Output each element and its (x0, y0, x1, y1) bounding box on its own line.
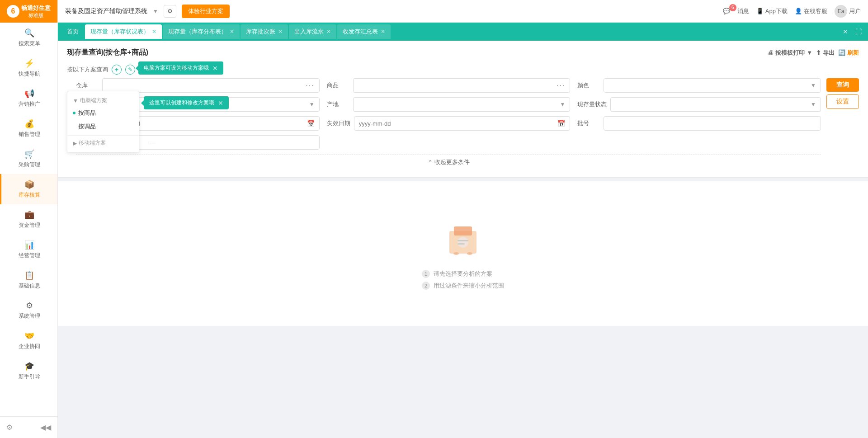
stock-qty-input[interactable]: — (115, 135, 320, 150)
sidebar-item-operations[interactable]: 📊 经营管理 (0, 235, 57, 265)
print-btn[interactable]: 🖨 按模板打印 ▼ (768, 49, 812, 57)
sidebar-item-sales[interactable]: 💰 销售管理 (0, 113, 57, 144)
operations-icon: 📊 (24, 240, 34, 250)
sidebar-item-enterprise[interactable]: 🤝 企业协同 (0, 325, 57, 356)
sidebar-item-finance[interactable]: 💼 资金管理 (0, 204, 57, 235)
origin-label: 产地 (327, 100, 349, 108)
stock-status-input[interactable]: ▼ (610, 97, 821, 112)
sidebar-item-inventory[interactable]: 📦 库存核算 (0, 174, 57, 204)
top-header: 装备及固定资产辅助管理系统 ▼ ⚙ 体验行业方案 💬 6 消息 📱 App下载 … (58, 0, 868, 23)
refresh-icon: 🔄 (838, 49, 845, 56)
sidebar-item-label-system: 系统管理 (19, 312, 40, 320)
finance-icon: 💼 (24, 210, 34, 220)
scheme-item-by-item[interactable]: 按调品 (67, 120, 139, 133)
scheme-tooltip-close[interactable]: ✕ (212, 65, 218, 72)
collapse-label: 收起更多条件 (434, 158, 470, 166)
sidebar-item-guide[interactable]: 🎓 新手引导 (0, 356, 57, 386)
expire-date-from[interactable] (359, 120, 555, 127)
gear-button[interactable]: ⚙ (164, 5, 176, 18)
collapse-button[interactable]: ⌃ 收起更多条件 (428, 158, 470, 166)
scheme-item-by-product[interactable]: 按商品 (67, 106, 139, 120)
scheme-section-pc: ▼ 电脑端方案 (67, 95, 139, 106)
scheme-area: ▼ 电脑端方案 按商品 按调品 ▶ (67, 78, 859, 170)
sidebar-item-basic[interactable]: 📋 基础信息 (0, 265, 57, 295)
produce-date-cal-icon[interactable]: 📅 (307, 120, 315, 127)
quicknav-icon: ⚡ (24, 58, 34, 68)
scheme-divider (67, 135, 139, 136)
stock-qty-to[interactable] (158, 139, 185, 146)
sidebar-item-marketing[interactable]: 📢 营销推广 (0, 83, 57, 113)
tab-close-inventory-status[interactable]: ✕ (152, 28, 156, 35)
trial-button[interactable]: 体验行业方案 (182, 5, 230, 18)
tab-label-inventory-dist: 现存量（库存分布表） (168, 28, 227, 36)
sidebar-item-search[interactable]: 🔍 搜索菜单 (0, 23, 57, 53)
expire-date-input[interactable]: 📅 (354, 116, 571, 131)
tab-close-flow[interactable]: ✕ (326, 28, 331, 35)
tab-flow[interactable]: 出入库流水 ✕ (289, 24, 336, 39)
hint-text-1: 请先选择要分析的方案 (434, 270, 492, 278)
export-btn[interactable]: ⬆ 导出 (816, 49, 835, 57)
sidebar-item-label-quicknav: 快捷导航 (19, 70, 40, 78)
product-input[interactable]: ··· (353, 78, 571, 93)
filter-section: 按以下方案查询 + ✎ 电脑方案可设为移动方案哦 ✕ ← (67, 65, 859, 170)
edit-icon: ✎ (128, 66, 132, 73)
batch-label: 批号 (577, 119, 600, 127)
user-menu-button[interactable]: Ea 用户 (835, 5, 861, 18)
search-menu-icon: 🔍 (24, 28, 34, 38)
collapse-sidebar-btn[interactable]: ◀◀ (38, 421, 53, 433)
tab-inventory-dist[interactable]: 现存量（库存分布表） ✕ (163, 24, 240, 39)
tab-label-inventory-status: 现存量（库存状况表） (90, 28, 149, 36)
tab-summary[interactable]: 收发存汇总表 ✕ (337, 24, 391, 39)
inventory-icon: 📦 (24, 179, 34, 189)
dot-icon2 (73, 125, 75, 128)
expire-date-label: 失效日期 (327, 119, 350, 127)
sidebar-item-label-purchase: 采购管理 (19, 161, 40, 169)
tab-close-inventory-dist[interactable]: ✕ (230, 28, 234, 35)
app-download-button[interactable]: 📱 App下载 (756, 7, 788, 15)
hint-text-2: 用过滤条件来缩小分析范围 (434, 282, 504, 290)
stock-status-arrow: ▼ (811, 101, 816, 108)
color-input[interactable]: ▼ (604, 78, 821, 93)
warehouse-label: 仓库 (76, 81, 99, 89)
dot-icon (73, 112, 75, 114)
tab-close-all-btn[interactable]: ✕ (840, 26, 851, 37)
search-button[interactable]: 查询 (826, 78, 859, 92)
origin-input[interactable]: ▼ (353, 97, 571, 112)
filter-label: 按以下方案查询 (67, 66, 108, 74)
color-arrow: ▼ (811, 82, 816, 89)
tab-close-batch-account[interactable]: ✕ (278, 28, 283, 35)
expire-date-cal-icon[interactable]: 📅 (557, 120, 565, 127)
sidebar-item-label-sales: 销售管理 (19, 131, 40, 138)
tab-batch-account[interactable]: 库存批次账 ✕ (241, 24, 288, 39)
logo-title: 畅通好生意 (21, 4, 51, 12)
filter-add-button[interactable]: + (112, 65, 122, 75)
reset-button[interactable]: 设置 (826, 94, 859, 109)
message-button[interactable]: 💬 6 消息 (723, 7, 749, 15)
sidebar-item-label-marketing: 营销推广 (19, 100, 40, 108)
tab-maximize-btn[interactable]: ⛶ (853, 26, 864, 37)
hint-number-2: 2 (422, 282, 430, 290)
sidebar-item-label-enterprise: 企业协同 (19, 343, 40, 350)
tab-inventory-status[interactable]: 现存量（库存状况表） ✕ (85, 24, 162, 39)
refresh-btn[interactable]: 🔄 刷新 (838, 49, 859, 57)
online-support-button[interactable]: 👤 在线客服 (795, 7, 827, 15)
svg-rect-1 (454, 226, 472, 235)
system-name-label: 装备及固定资产辅助管理系统 (65, 7, 147, 15)
sidebar-item-quicknav[interactable]: ⚡ 快捷导航 (0, 53, 57, 83)
tab-home[interactable]: 首页 (61, 24, 84, 39)
filter-edit-button[interactable]: ✎ 电脑方案可设为移动方案哦 ✕ (125, 65, 135, 75)
edit-tooltip-close[interactable]: ✕ (218, 99, 223, 107)
sidebar-item-purchase[interactable]: 🛒 采购管理 (0, 144, 57, 174)
enterprise-icon: 🤝 (24, 331, 34, 341)
batch-input[interactable] (604, 116, 821, 131)
size-arrow: ▼ (309, 101, 315, 108)
logo-icon: 6 (7, 5, 19, 18)
sidebar-item-system[interactable]: ⚙ 系统管理 (0, 295, 57, 325)
page-title-row: 现存量查询(按仓库+商品) 🖨 按模板打印 ▼ ⬆ 导出 🔄 刷新 (67, 48, 859, 57)
tab-close-summary[interactable]: ✕ (381, 28, 385, 35)
action-buttons: 查询 设置 (826, 78, 859, 170)
export-icon: ⬆ (816, 49, 821, 56)
edit-tooltip: 这里可以创建和修改方案哦 ✕ (144, 96, 229, 109)
settings-bottom-btn[interactable]: ⚙ (5, 421, 14, 433)
empty-hints: 1 请先选择要分析的方案 2 用过滤条件来缩小分析范围 (422, 270, 504, 290)
